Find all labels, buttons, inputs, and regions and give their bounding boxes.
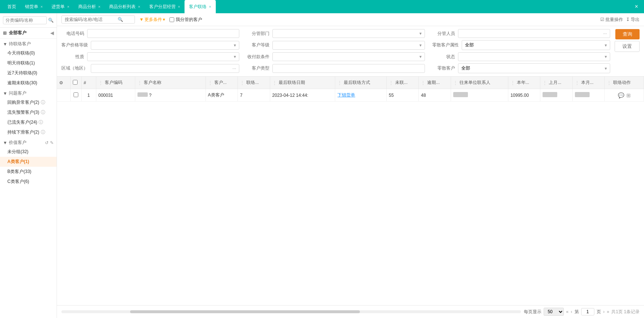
- close-product-analysis-list[interactable]: ×: [138, 4, 140, 9]
- td-last-month: [540, 89, 573, 102]
- col-resize-icon6: ⋮: [337, 80, 342, 85]
- gear-icon[interactable]: ⚙: [59, 80, 63, 85]
- table-header-row: ⚙ # ⋮客户编码 ⋮客户名称 ⋮客户...: [57, 77, 644, 89]
- filter-status: 状态 ▾: [432, 52, 610, 61]
- filter-retail-label: 零散客户: [432, 65, 458, 71]
- filter-region-select[interactable]: ···: [91, 64, 239, 73]
- filter-retail-attr-select[interactable]: 全部 ▾: [462, 40, 610, 50]
- select-all-checkbox[interactable]: [73, 80, 78, 85]
- batch-operation-btn[interactable]: ☑ 批量操作: [600, 17, 623, 23]
- prev-page-btn[interactable]: ‹: [571, 309, 572, 314]
- group-pending-contact[interactable]: ▼ 待联络客户: [0, 39, 57, 48]
- filter-dept-select[interactable]: ▾: [272, 29, 425, 38]
- horizontal-scrollbar[interactable]: [61, 310, 521, 313]
- group-problem-customers[interactable]: ▼ 问题客户: [0, 88, 57, 98]
- last-method-link[interactable]: 下销货单: [337, 92, 355, 98]
- filter-search-input[interactable]: [65, 17, 116, 22]
- filter-customer-level-select[interactable]: ▾: [272, 41, 425, 50]
- sidebar-item-class-c[interactable]: C类客户(6): [0, 177, 57, 187]
- nav-customer-segmentation[interactable]: 客户分层经营 ×: [145, 0, 185, 13]
- filter-nature-select[interactable]: ▾: [87, 52, 239, 61]
- row-checkbox[interactable]: [74, 92, 78, 97]
- sidebar-search-input[interactable]: [3, 16, 47, 24]
- my-customers-checkbox[interactable]: 我分管的客户: [169, 17, 202, 23]
- filter-nature: 性质 ▾: [61, 52, 239, 61]
- chat-icon[interactable]: 💬: [618, 92, 624, 98]
- filter-retail-select[interactable]: 全部 ▾: [458, 63, 610, 73]
- sidebar-all-customers[interactable]: ⊞ 全部客户 ◀: [0, 28, 57, 39]
- filter-status-select[interactable]: ▾: [458, 52, 610, 61]
- filter-price-level-select[interactable]: ▾: [91, 41, 239, 50]
- close-window-icon[interactable]: ×: [632, 3, 641, 10]
- nav-home[interactable]: 首页: [3, 0, 21, 13]
- nav-sales-order[interactable]: 销货单 ×: [21, 0, 47, 13]
- filter-row-3: 性质 ▾ 收付款条件 ▾: [61, 52, 610, 61]
- close-customer-segmentation[interactable]: ×: [178, 4, 180, 9]
- filter-bar: 🔍 ▼ 更多条件 ▾ 我分管的客户 ☑ 批量操作 ↧ 导出: [57, 13, 644, 26]
- th-this-year: ⋮本年...: [508, 77, 540, 89]
- sidebar-item-overdue[interactable]: 逾期未联络(30): [0, 78, 57, 88]
- sidebar-search-icon[interactable]: 🔍: [48, 18, 54, 23]
- table-footer: 每页显示 50 100 200 « ‹ 第 页 › » 共1页 1条记录: [57, 305, 644, 318]
- arrow-down-icon2: ▼: [3, 91, 7, 96]
- query-button[interactable]: 查询: [615, 29, 640, 39]
- sidebar-item-today[interactable]: 今天待联络(0): [0, 48, 57, 58]
- filter-region: 区域（地区） ···: [61, 64, 239, 73]
- sidebar-item-class-b[interactable]: B类客户(33): [0, 167, 57, 177]
- close-sales-order[interactable]: ×: [40, 4, 43, 9]
- my-customers-check[interactable]: [169, 17, 174, 22]
- nav-product-analysis[interactable]: 商品分析 ×: [74, 0, 105, 13]
- collapse-sidebar-icon[interactable]: ◀: [50, 31, 54, 36]
- sidebar-item-repurchase-abnormal[interactable]: 回购异常客户(2) ⓘ: [0, 98, 57, 107]
- export-btn[interactable]: ↧ 导出: [626, 17, 640, 23]
- more-conditions-btn[interactable]: ▼ 更多条件 ▾: [139, 17, 165, 23]
- filter-person-select[interactable]: ···: [458, 29, 610, 38]
- filter-person-label: 分管人员: [432, 31, 458, 37]
- sidebar-item-class-a[interactable]: A类客户(1): [0, 157, 57, 167]
- settings-button[interactable]: 设置: [615, 41, 640, 52]
- filter-search-icon[interactable]: 🔍: [118, 17, 123, 22]
- filter-phone-input[interactable]: [87, 29, 239, 38]
- col-resize-icon12: ⋮: [575, 80, 579, 85]
- advanced-filters: 电话号码 分管部门 ▾ 分管人员: [57, 26, 644, 77]
- table-row: 1 000031 ? A类客户 7 2023-04-12 14:44: 下销货单…: [57, 89, 644, 102]
- chevron-down-icon3: ▾: [419, 43, 422, 48]
- page-number-input[interactable]: [581, 308, 594, 315]
- col-resize-icon10: ⋮: [511, 80, 515, 85]
- masked-name: [137, 92, 148, 97]
- next-page-btn[interactable]: ›: [603, 309, 605, 314]
- col-resize-icon13: ⋮: [607, 80, 611, 85]
- sidebar-item-7days[interactable]: 近7天待联络(0): [0, 68, 57, 78]
- th-rownum: #: [81, 77, 96, 89]
- nav-customer-contact[interactable]: 客户联络 ×: [185, 0, 215, 13]
- th-check: [70, 77, 81, 89]
- close-product-analysis[interactable]: ×: [98, 4, 100, 9]
- edit-icon[interactable]: ✎: [50, 140, 54, 145]
- td-overdue: 48: [419, 89, 451, 102]
- th-no-contact: ⋮未联...: [386, 77, 419, 89]
- chevron-down-icon5: ▾: [234, 54, 236, 59]
- nav-product-analysis-list[interactable]: 商品分析列表 ×: [105, 0, 144, 13]
- sidebar-item-tomorrow[interactable]: 明天待联络(1): [0, 58, 57, 68]
- refresh-icon[interactable]: ↺: [45, 140, 49, 145]
- filter-payment-select[interactable]: ▾: [272, 52, 425, 61]
- close-customer-contact[interactable]: ×: [209, 4, 211, 9]
- filter-customer-type-input[interactable]: [272, 64, 425, 73]
- sidebar-item-ungrouped[interactable]: 未分组(32): [0, 147, 57, 157]
- page-size-select[interactable]: 50 100 200: [544, 308, 564, 316]
- sidebar-item-declining[interactable]: 持续下滑客户(2) ⓘ: [0, 127, 57, 137]
- close-purchase-order[interactable]: ×: [67, 4, 69, 9]
- filter-retail-attr-label: 零散客户属性: [432, 42, 462, 48]
- td-last-date: 2023-04-12 14:44:: [270, 89, 335, 102]
- filter-dept-label: 分管部门: [247, 31, 272, 37]
- group-value-customers[interactable]: ▼ 价值客户 ↺ ✎: [0, 137, 57, 147]
- last-page-btn[interactable]: »: [607, 309, 609, 314]
- first-page-btn[interactable]: «: [566, 309, 569, 314]
- sidebar-item-lost[interactable]: 已流失客户(24) ⓘ: [0, 117, 57, 127]
- customer-table: ⚙ # ⋮客户编码 ⋮客户名称 ⋮客户...: [57, 77, 644, 102]
- sidebar-item-loss-warning[interactable]: 流失预警客户(3) ⓘ: [0, 107, 57, 117]
- filter-customer-level: 客户等级 ▾: [247, 41, 425, 50]
- link-icon[interactable]: ⊞: [626, 92, 631, 98]
- nav-purchase-order[interactable]: 进货单 ×: [47, 0, 74, 13]
- th-code: ⋮客户编码: [96, 77, 135, 89]
